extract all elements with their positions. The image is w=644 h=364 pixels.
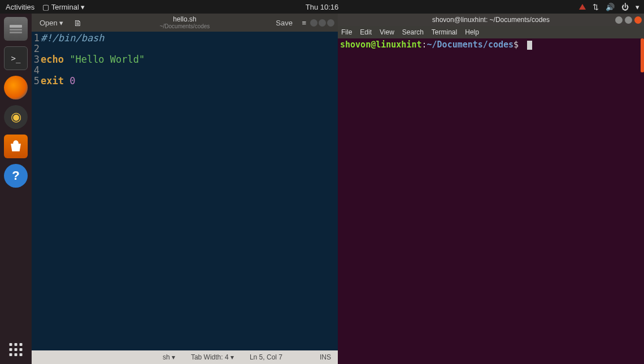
system-menu-chevron-icon[interactable]: ▾ [636, 3, 639, 11]
editor-headerbar: Open ▾ 🗎 hello.sh ~/Documents/codes Save… [32, 14, 338, 32]
maximize-button[interactable] [319, 19, 326, 27]
prompt-sep: : [422, 40, 427, 50]
hamburger-menu-icon[interactable]: ≡ [302, 19, 306, 27]
terminal-icon: ▢ [42, 3, 49, 11]
terminal-title: shovon@linuxhint: ~/Documents/codes [432, 16, 550, 24]
new-document-icon[interactable]: 🗎 [73, 18, 82, 28]
terminal-minimize-button[interactable] [615, 16, 623, 24]
line-gutter: 12345 [32, 33, 41, 350]
warning-icon[interactable] [579, 4, 586, 10]
code-content[interactable]: #!/bin/bash echo "Hello World" exit 0 [41, 33, 338, 350]
terminal-menu-help[interactable]: Help [465, 28, 479, 36]
activities-button[interactable]: Activities [6, 3, 34, 11]
software-center-icon[interactable] [4, 135, 28, 158]
prompt-path: ~/Documents/codes [427, 40, 514, 50]
editor-statusbar: sh ▾ Tab Width: 4 ▾ Ln 5, Col 7 INS [32, 350, 338, 364]
terminal-menu-view[interactable]: View [380, 28, 394, 36]
minimize-button[interactable] [310, 19, 317, 27]
editor-title: hello.sh ~/Documents/codes [160, 16, 210, 29]
show-applications-icon[interactable] [10, 343, 23, 356]
terminal-menu-edit[interactable]: Edit [360, 28, 372, 36]
terminal-launcher-icon[interactable]: >_ [4, 46, 28, 70]
firefox-icon[interactable] [4, 76, 28, 99]
terminal-maximize-button[interactable] [625, 16, 632, 24]
editor-textarea[interactable]: 12345 #!/bin/bash echo "Hello World" exi… [32, 32, 338, 350]
terminal-cursor [527, 41, 532, 50]
help-icon[interactable]: ? [4, 164, 28, 188]
terminal-body[interactable]: shovon@linuxhint:~/Documents/codes$ [338, 38, 644, 364]
prompt-end: $ [514, 40, 519, 50]
terminal-menubar: FileEditViewSearchTerminalHelp [338, 26, 644, 38]
status-insert-mode: INS [320, 353, 331, 361]
open-button[interactable]: Open ▾ [35, 17, 68, 29]
volume-icon[interactable]: 🔊 [606, 3, 615, 11]
close-button[interactable] [327, 19, 334, 27]
gedit-window: Open ▾ 🗎 hello.sh ~/Documents/codes Save… [32, 14, 338, 364]
settings-icon[interactable]: ◉ [4, 105, 28, 129]
terminal-scrollbar[interactable] [641, 38, 644, 72]
power-icon[interactable]: ⏻ [621, 3, 629, 11]
prompt-user: shovon@linuxhint [340, 40, 422, 50]
terminal-titlebar: shovon@linuxhint: ~/Documents/codes [338, 14, 644, 26]
status-tabwidth[interactable]: Tab Width: 4 ▾ [191, 353, 234, 361]
terminal-window: shovon@linuxhint: ~/Documents/codes File… [338, 14, 644, 364]
save-button[interactable]: Save [276, 19, 293, 27]
editor-filename: hello.sh [160, 16, 210, 23]
editor-filepath: ~/Documents/codes [160, 23, 210, 29]
top-panel: Activities ▢ Terminal ▾ Thu 10:16 ⇅ 🔊 ⏻ … [0, 0, 644, 14]
app-menu-label: Terminal ▾ [51, 3, 85, 11]
app-menu[interactable]: ▢ Terminal ▾ [42, 3, 85, 11]
files-icon[interactable] [4, 17, 28, 41]
status-cursor-pos: Ln 5, Col 7 [250, 353, 282, 361]
terminal-menu-search[interactable]: Search [402, 28, 424, 36]
terminal-menu-file[interactable]: File [341, 28, 352, 36]
terminal-close-button[interactable] [634, 16, 642, 24]
status-language[interactable]: sh ▾ [163, 353, 175, 361]
terminal-menu-terminal[interactable]: Terminal [432, 28, 457, 36]
clock[interactable]: Thu 10:16 [306, 3, 339, 11]
network-icon[interactable]: ⇅ [593, 3, 599, 11]
launcher-dock: >_ ◉ ? [0, 14, 32, 364]
